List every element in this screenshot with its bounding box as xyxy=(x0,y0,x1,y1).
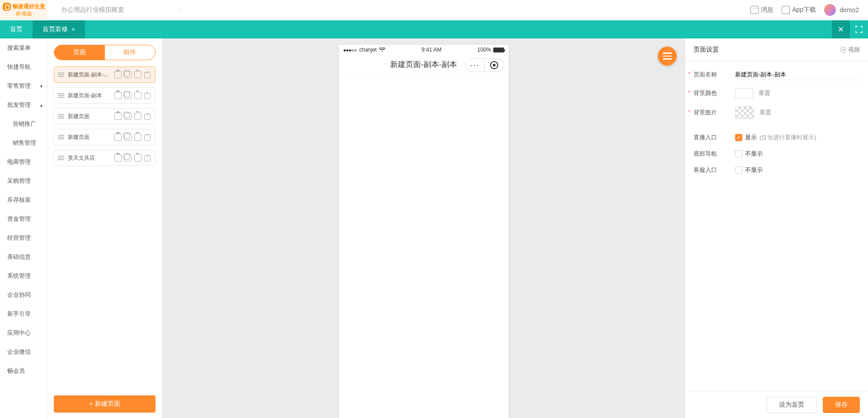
home-icon[interactable] xyxy=(114,92,122,99)
copy-icon[interactable] xyxy=(124,113,132,120)
home-icon[interactable] xyxy=(114,71,122,78)
copy-icon[interactable] xyxy=(124,92,132,99)
phone-body[interactable] xyxy=(339,75,509,328)
tabs-right-controls: × xyxy=(832,20,868,38)
copy-icon[interactable] xyxy=(124,71,132,78)
video-help-link[interactable]: 视频 xyxy=(840,46,860,54)
tenant-selector[interactable]: 办公用品行业模拟账套 ﹀ xyxy=(61,6,184,14)
home-icon[interactable] xyxy=(114,133,122,141)
avatar-icon xyxy=(824,4,836,16)
nav-label: 库存核算 xyxy=(7,196,31,204)
nav-item[interactable]: 经营管理 xyxy=(0,228,47,247)
page-list-item[interactable]: 新建页面-副本 xyxy=(54,87,156,104)
close-icon[interactable]: × xyxy=(71,26,75,33)
segment-control: 页面 组件 xyxy=(54,45,156,60)
delete-icon[interactable] xyxy=(134,113,142,120)
drag-handle-icon[interactable] xyxy=(58,93,64,98)
tab-label: 首页装修 xyxy=(42,25,68,33)
nav-label: 应用中心 xyxy=(7,329,31,337)
copy-icon[interactable] xyxy=(124,133,132,141)
nav-label: 采购管理 xyxy=(7,177,31,185)
nav-label: 电商管理 xyxy=(7,158,31,166)
nav-item[interactable]: 基础信息 xyxy=(0,247,47,266)
delete-icon[interactable] xyxy=(134,133,142,141)
capsule-menu-icon[interactable]: ··· xyxy=(466,59,485,71)
nav-item[interactable]: 零售管理▾ xyxy=(0,76,47,95)
messages-link[interactable]: 消息 xyxy=(750,6,774,14)
fullscreen-button[interactable] xyxy=(850,20,868,38)
nav-item[interactable]: 批发管理▴ xyxy=(0,95,47,114)
page-list-item[interactable]: 新建页面 xyxy=(54,108,156,124)
tab-label: 首页 xyxy=(10,25,23,33)
bottom-nav-checkbox[interactable]: 不显示 xyxy=(735,150,763,158)
signal-dots-icon xyxy=(344,47,357,53)
drag-handle-icon[interactable] xyxy=(58,114,64,119)
drag-handle-icon[interactable] xyxy=(58,72,64,77)
copy-icon[interactable] xyxy=(124,154,132,162)
external-link-icon[interactable] xyxy=(144,113,151,120)
capsule-close-icon[interactable] xyxy=(485,59,504,71)
bottom-nav-option: 不显示 xyxy=(745,150,763,158)
settings-title: 页面设置 xyxy=(693,46,719,54)
set-home-button[interactable]: 设为首页 xyxy=(767,397,816,413)
components-fab[interactable] xyxy=(658,47,677,66)
nav-item[interactable]: 应用中心 xyxy=(0,323,47,342)
app-download-link[interactable]: App下载 xyxy=(782,6,816,14)
nav-sub-item[interactable]: 营销推广 xyxy=(0,114,47,133)
service-entry-checkbox[interactable]: 不显示 xyxy=(735,166,763,174)
phone-title-bar: 新建页面-副本-副本 ··· xyxy=(339,55,509,75)
nav-item[interactable]: 企业微信 xyxy=(0,342,47,361)
external-link-icon[interactable] xyxy=(144,133,151,141)
nav-label: 企业协同 xyxy=(7,291,31,299)
nav-item[interactable]: 新手引导 xyxy=(0,304,47,323)
caret-up-icon: ▴ xyxy=(40,103,42,108)
nav-item[interactable]: 资金管理 xyxy=(0,209,47,228)
pages-panel: 页面 组件 新建页面-副本-...新建页面-副本新建页面新建页面昊天文具店 + … xyxy=(47,38,162,418)
delete-icon[interactable] xyxy=(134,92,142,99)
app-download-label: App下载 xyxy=(792,6,816,14)
page-list-item[interactable]: 新建页面 xyxy=(54,129,156,145)
nav-item[interactable]: 搜索菜单 xyxy=(0,38,47,57)
chat-icon xyxy=(750,6,759,14)
page-name-input[interactable] xyxy=(735,69,860,80)
close-all-tabs-button[interactable]: × xyxy=(832,20,850,38)
user-menu[interactable]: demo2 xyxy=(824,4,859,16)
page-item-actions xyxy=(114,113,151,120)
brand-name: 畅捷通好生意 xyxy=(13,3,45,10)
mini-program-capsule[interactable]: ··· xyxy=(465,58,504,72)
home-icon[interactable] xyxy=(114,154,122,162)
username: demo2 xyxy=(840,6,859,14)
workspace-tab[interactable]: 首页 xyxy=(0,20,33,38)
workspace-tab[interactable]: 首页装修× xyxy=(33,20,85,38)
home-icon[interactable] xyxy=(114,113,122,120)
nav-item[interactable]: 快捷导航 xyxy=(0,57,47,76)
nav-item[interactable]: 库存核算 xyxy=(0,190,47,209)
page-list-item[interactable]: 昊天文具店 xyxy=(54,150,156,166)
nav-item[interactable]: 企业协同 xyxy=(0,285,47,304)
wifi-icon xyxy=(379,48,386,52)
page-item-name: 昊天文具店 xyxy=(68,154,111,162)
delete-icon[interactable] xyxy=(134,154,142,162)
bg-image-reset[interactable]: 重置 xyxy=(760,109,771,117)
bg-color-swatch[interactable] xyxy=(735,88,753,98)
live-entry-checkbox[interactable]: ✓ 显示 (仅当进行直播时展示) xyxy=(735,133,816,142)
delete-icon[interactable] xyxy=(134,71,142,78)
page-list-item[interactable]: 新建页面-副本-... xyxy=(54,66,156,83)
external-link-icon[interactable] xyxy=(144,92,151,99)
drag-handle-icon[interactable] xyxy=(58,135,64,139)
external-link-icon[interactable] xyxy=(144,71,151,78)
segment-component[interactable]: 组件 xyxy=(105,45,156,60)
settings-footer: 设为首页 保存 xyxy=(685,391,868,418)
bg-color-reset[interactable]: 重置 xyxy=(759,89,770,97)
nav-item[interactable]: 系统管理 xyxy=(0,266,47,285)
save-button[interactable]: 保存 xyxy=(823,397,860,413)
nav-item[interactable]: 电商管理 xyxy=(0,152,47,171)
segment-page[interactable]: 页面 xyxy=(54,45,105,60)
nav-item[interactable]: 采购管理 xyxy=(0,171,47,190)
nav-sub-item[interactable]: 销售管理 xyxy=(0,133,47,152)
external-link-icon[interactable] xyxy=(144,154,151,162)
nav-item[interactable]: 畅会员 xyxy=(0,361,47,380)
drag-handle-icon[interactable] xyxy=(58,156,64,160)
new-page-button[interactable]: + 新建页面 xyxy=(54,395,156,413)
bg-image-swatch[interactable] xyxy=(735,106,754,119)
